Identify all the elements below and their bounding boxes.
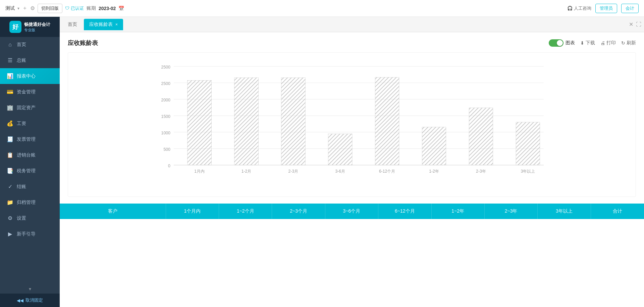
sidebar-item-guide[interactable]: ▶ 新手引导 [0,226,60,242]
table-header-customer: 客户 [60,204,166,219]
company-name: 测试 [5,5,15,11]
svg-text:2-3年: 2-3年 [476,169,486,174]
logo-edition: 专业版 [24,28,50,33]
table-header-2-3year: 2~3年 [485,204,538,219]
table-header-total: 合计 [591,204,644,219]
bar-5 [375,77,399,165]
svg-text:1月内: 1月内 [194,169,205,174]
bar-1 [187,80,211,165]
switch-version-button[interactable]: 切到旧版 [38,4,62,13]
tab-expand-button[interactable]: ⛶ [636,21,641,28]
main-layout: 好 畅捷通好会计 专业版 ⌂ 首页 ☰ 总账 📊 报表中心 💳 资金管理 [0,17,644,307]
svg-text:1-2月: 1-2月 [241,169,252,174]
sidebar: 好 畅捷通好会计 专业版 ⌂ 首页 ☰ 总账 📊 报表中心 💳 资金管理 [0,17,60,307]
table-header: 客户 1个月内 1~2个月 2~3个月 3~6个月 6~12个月 1~2年 2~… [60,204,644,219]
sidebar-item-trade[interactable]: 📋 进销台账 [0,147,60,163]
settings-nav-icon: ⚙ [7,215,13,221]
sidebar-item-label: 固定资产 [17,105,36,111]
shield-icon: 🛡 [65,6,69,11]
table-header-2-3month: 2~3个月 [272,204,325,219]
sidebar-item-closing[interactable]: ✓ 结账 [0,179,60,194]
logo-icon: 好 [9,21,21,33]
bar-6 [422,127,446,165]
scroll-down-arrow[interactable]: ▾ [0,284,60,294]
sidebar-item-assets[interactable]: 🏢 固定资产 [0,100,60,116]
tab-actions: ✕ ⛶ [629,21,641,28]
svg-text:2-3月: 2-3月 [288,169,299,174]
sidebar-item-reports[interactable]: 📊 报表中心 [0,68,60,84]
chart-toggle-label: 图表 [566,40,575,46]
admin-button[interactable]: 管理员 [595,4,617,13]
sidebar-item-archive[interactable]: 📁 归档管理 [0,194,60,210]
guide-icon: ▶ [7,231,13,237]
tab-home[interactable]: 首页 [62,19,83,30]
tab-bar: 首页 应收账龄表 × ✕ ⛶ [60,17,644,32]
sidebar-scroll: ⌂ 首页 ☰ 总账 📊 报表中心 💳 资金管理 🏢 固定资产 💰 工资 [0,37,60,284]
company-dropdown-icon[interactable]: ▾ [17,6,19,11]
bar-chart: 0 500 1000 1500 2000 2500 2500 [75,59,629,190]
page-title: 应收账龄表 [68,39,98,47]
sidebar-item-home[interactable]: ⌂ 首页 [0,37,60,52]
svg-text:0: 0 [168,164,170,168]
period-value: 2023-02 [99,6,116,11]
chart-area: 0 500 1000 1500 2000 2500 2500 [68,52,636,197]
logo-text-block: 畅捷通好会计 专业版 [24,21,50,33]
sidebar-item-ledger[interactable]: ☰ 总账 [0,52,60,68]
svg-text:1-2年: 1-2年 [429,169,439,174]
tab-close-button[interactable]: ✕ [629,21,633,28]
sidebar-item-label: 资金管理 [17,89,36,95]
sidebar-item-label: 报表中心 [17,73,36,79]
svg-text:2000: 2000 [161,98,170,102]
table-header-6-12month: 6~12个月 [378,204,431,219]
sidebar-item-funds[interactable]: 💳 资金管理 [0,84,60,100]
sidebar-item-tax[interactable]: 📑 税务管理 [0,163,60,179]
table-header-1month: 1个月内 [166,204,219,219]
service-button[interactable]: 🎧 人工咨询 [567,5,591,11]
add-icon[interactable]: ＋ [22,5,28,12]
closing-icon: ✓ [7,183,13,190]
sidebar-item-settings[interactable]: ⚙ 设置 [0,210,60,226]
chart-toggle[interactable] [549,39,564,47]
invoice-icon: 🧾 [7,136,13,142]
tab-active-label: 应收账龄表 [89,21,113,28]
home-icon: ⌂ [7,42,13,48]
sidebar-item-invoice[interactable]: 🧾 发票管理 [0,131,60,147]
sidebar-item-salary[interactable]: 💰 工资 [0,116,60,131]
sidebar-logo: 好 畅捷通好会计 专业版 [0,17,60,37]
assets-icon: 🏢 [7,104,13,111]
archive-icon: 📁 [7,199,13,206]
svg-text:1500: 1500 [161,114,170,119]
bar-8 [516,122,540,165]
download-icon: ⬇ [580,40,584,46]
period-label: 账期 [87,5,96,11]
page-header: 应收账龄表 图表 ⬇ 下载 🖨 [60,32,644,52]
svg-text:6-12个月: 6-12个月 [379,169,395,174]
svg-text:3-6月: 3-6月 [335,169,345,174]
svg-text:2500: 2500 [161,81,170,86]
headset-icon: 🎧 [567,6,573,11]
sidebar-item-label: 进销台账 [17,152,36,158]
sidebar-pin-button[interactable]: ◀◀ 取消固定 [0,294,60,307]
top-bar: 测试 ▾ ＋ ⚙ 切到旧版 🛡 已认证 账期 2023-02 📅 🎧 人工咨询 … [0,0,644,17]
calendar-icon[interactable]: 📅 [118,6,124,11]
table-header-3year-plus: 3年以上 [538,204,591,219]
page-actions: 图表 ⬇ 下载 🖨 打印 ↻ 刷新 [549,39,636,47]
svg-text:3年以上: 3年以上 [521,169,535,174]
refresh-button[interactable]: ↻ 刷新 [621,40,636,46]
ledger-icon: ☰ [7,57,13,63]
certified-badge: 🛡 已认证 [65,5,84,11]
svg-text:1000: 1000 [161,131,170,135]
settings-icon[interactable]: ⚙ [30,5,35,11]
bar-3 [281,78,305,165]
tab-close-icon[interactable]: × [115,22,118,27]
chart-toggle-container: 图表 [549,39,575,47]
refresh-icon: ↻ [621,40,625,46]
download-button[interactable]: ⬇ 下载 [580,40,595,46]
tab-active[interactable]: 应收账龄表 × [84,19,123,30]
accountant-button[interactable]: 会计 [621,4,639,13]
print-button[interactable]: 🖨 打印 [600,40,616,46]
bar-2 [234,78,258,165]
svg-text:2500: 2500 [161,65,170,70]
top-bar-right: 🎧 人工咨询 管理员 会计 [567,4,639,13]
sidebar-item-label: 税务管理 [17,168,36,174]
